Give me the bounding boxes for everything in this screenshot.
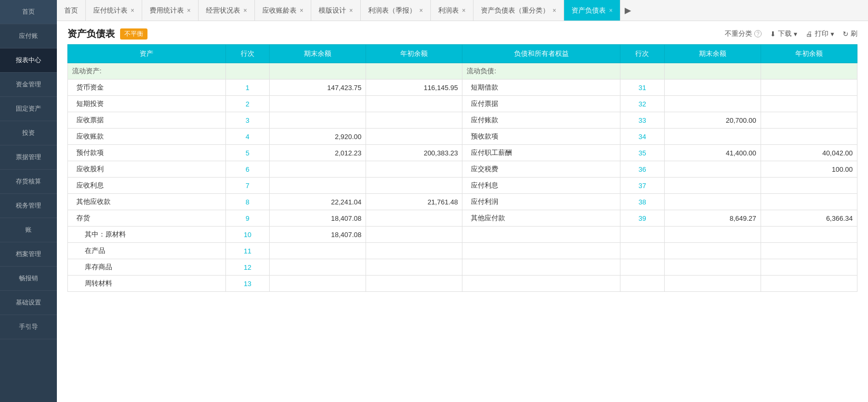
end-balance [270, 243, 366, 259]
header-row-num: 行次 [225, 45, 269, 63]
sidebar-item-fund-management[interactable]: 资金管理 [0, 73, 57, 97]
section-current-liabilities-label: 流动负债: [462, 63, 620, 80]
liability-name: 应交税费 [462, 161, 620, 178]
tab-close-icon[interactable]: × [131, 7, 134, 14]
sidebar-item-sales[interactable]: 畅报销 [0, 267, 57, 291]
year-start-balance [366, 112, 462, 129]
year-start-balance2: 40,042.00 [761, 145, 857, 161]
row-number: 8 [225, 194, 269, 210]
tab-scroll-right-icon[interactable]: ▶ [620, 5, 635, 15]
liability-name [462, 276, 620, 292]
asset-name: 其中：原材料 [68, 227, 226, 243]
asset-name: 短期投资 [68, 96, 226, 112]
row-number: 1 [225, 80, 269, 96]
tab-home[interactable]: 首页 [57, 0, 86, 21]
year-start-balance2 [761, 129, 857, 145]
balance-sheet-table: 资产 行次 期末余额 年初余额 负债和所有者权益 行次 期末余额 年初余额 流动… [67, 44, 857, 292]
sidebar-item-accounts[interactable]: 账 [0, 218, 57, 242]
tab-operations-status[interactable]: 经营状况表 × [199, 0, 255, 21]
row-number: 7 [225, 178, 269, 194]
tab-close-icon[interactable]: × [419, 7, 423, 14]
download-button[interactable]: ⬇ 下载 ▾ [770, 29, 797, 38]
table-row: 应收利息 7 应付利息 37 [68, 178, 857, 194]
liability-name: 应付票据 [462, 96, 620, 112]
end-balance2 [664, 227, 761, 243]
tab-close-icon[interactable]: × [609, 7, 613, 14]
print-button[interactable]: 🖨 打印 ▾ [806, 29, 834, 38]
print-chevron-icon: ▾ [831, 30, 834, 38]
refresh-button[interactable]: ↻ 刷 [843, 29, 857, 38]
main-content: 首页 应付统计表 × 费用统计表 × 经营状况表 × 应收账龄表 × 模版设计 … [57, 0, 868, 402]
tab-balance-sheet[interactable]: 资产负债表 × [564, 0, 620, 21]
sidebar-item-fixed-assets[interactable]: 固定资产 [0, 97, 57, 121]
sidebar-item-tax-management[interactable]: 税务管理 [0, 194, 57, 218]
end-balance2: 20,700.00 [664, 112, 761, 129]
sidebar-item-home[interactable]: 首页 [0, 0, 57, 24]
year-start-balance2: 100.00 [761, 161, 857, 178]
row-number: 5 [225, 145, 269, 161]
year-start-balance [366, 243, 462, 259]
no-reclassify-button[interactable]: 不重分类 ? [725, 29, 762, 38]
end-balance: 18,407.08 [270, 210, 366, 227]
tab-expense-stat[interactable]: 费用统计表 × [142, 0, 199, 21]
sidebar-item-accounts-payable[interactable]: 应付账 [0, 24, 57, 48]
tab-label: 模版设计 [319, 6, 346, 15]
tab-close-icon[interactable]: × [243, 7, 247, 14]
print-icon: 🖨 [806, 30, 813, 38]
tab-balance-sheet-reclassify[interactable]: 资产负债表（重分类） × [474, 0, 564, 21]
end-balance [270, 161, 366, 178]
table-row: 应收票据 3 应付账款 33 20,700.00 [68, 112, 857, 129]
tab-label: 经营状况表 [206, 6, 240, 15]
asset-name: 存货 [68, 210, 226, 227]
sidebar-item-investment[interactable]: 投资 [0, 121, 57, 145]
year-start-balance2 [761, 112, 857, 129]
row-number: 6 [225, 161, 269, 178]
end-balance2: 8,649.27 [664, 210, 761, 227]
tab-template-design[interactable]: 模版设计 × [311, 0, 361, 21]
asset-name: 应收利息 [68, 178, 226, 194]
end-balance: 2,012.23 [270, 145, 366, 161]
asset-name: 应收股利 [68, 161, 226, 178]
sidebar-item-guide[interactable]: 手引导 [0, 315, 57, 339]
tab-profit-table[interactable]: 利润表 × [431, 0, 474, 21]
refresh-label: 刷 [851, 29, 857, 38]
year-start-balance [366, 210, 462, 227]
sidebar-item-report-center[interactable]: 报表中心 [0, 48, 57, 73]
section-row-num2-empty [620, 63, 664, 80]
tab-close-icon[interactable]: × [462, 7, 466, 14]
header-year-start-balance: 年初余额 [366, 45, 462, 63]
year-start-balance2 [761, 178, 857, 194]
section-current-assets-row: 流动资产: 流动负债: [68, 63, 857, 80]
table-row: 周转材料 13 [68, 276, 857, 292]
sidebar-item-archive-management[interactable]: 档案管理 [0, 242, 57, 267]
year-start-balance2 [761, 194, 857, 210]
row-number2: 32 [620, 96, 664, 112]
tab-close-icon[interactable]: × [300, 7, 303, 14]
header-assets: 资产 [68, 45, 226, 63]
year-start-balance [366, 96, 462, 112]
row-number: 13 [225, 276, 269, 292]
tab-receivables-aging[interactable]: 应收账龄表 × [255, 0, 311, 21]
sidebar-item-inventory-calc[interactable]: 存货核算 [0, 170, 57, 194]
header-row-num2: 行次 [620, 45, 664, 63]
liability-name: 应付职工薪酬 [462, 145, 620, 161]
tab-label: 利润表 [438, 6, 459, 15]
end-balance2 [664, 129, 761, 145]
end-balance2 [664, 178, 761, 194]
year-start-balance2 [761, 243, 857, 259]
header-liabilities-equity: 负债和所有者权益 [462, 45, 620, 63]
table-container: 资产 行次 期末余额 年初余额 负债和所有者权益 行次 期末余额 年初余额 流动… [57, 44, 868, 402]
row-number2: 35 [620, 145, 664, 161]
tab-close-icon[interactable]: × [349, 7, 353, 14]
tab-close-icon[interactable]: × [187, 7, 191, 14]
table-row: 应收账款 4 2,920.00 预收款项 34 [68, 129, 857, 145]
sidebar-item-basic-settings[interactable]: 基础设置 [0, 291, 57, 315]
tab-close-icon[interactable]: × [553, 7, 556, 14]
page-title: 资产负债表 [67, 27, 115, 40]
tab-profit-quarterly[interactable]: 利润表（季报） × [361, 0, 431, 21]
liability-name: 应付利息 [462, 178, 620, 194]
tab-accounts-payable-stat[interactable]: 应付统计表 × [86, 0, 142, 21]
liability-name [462, 259, 620, 276]
table-row: 库存商品 12 [68, 259, 857, 276]
sidebar-item-ticket-management[interactable]: 票据管理 [0, 145, 57, 170]
